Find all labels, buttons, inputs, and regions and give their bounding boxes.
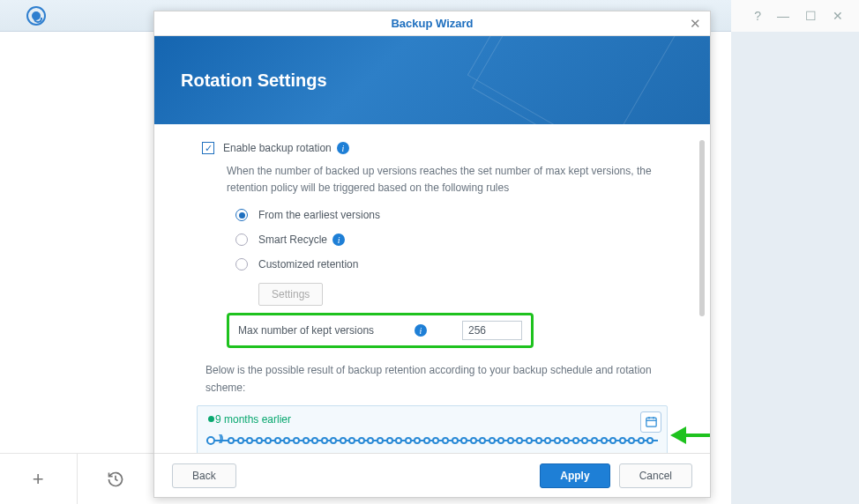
modal-footer: Back Apply Cancel [154, 453, 710, 497]
svg-rect-0 [646, 418, 655, 426]
cancel-button[interactable]: Cancel [619, 463, 692, 488]
preview-description: Below is the possible result of backup r… [205, 362, 683, 396]
scrollbar[interactable] [699, 140, 705, 316]
info-icon[interactable]: i [332, 233, 345, 246]
calendar-icon [645, 415, 658, 428]
radio-smart-recycle[interactable] [235, 233, 248, 246]
max-versions-input[interactable] [462, 321, 522, 340]
modal-title: Backup Wizard [391, 17, 473, 30]
background-window-controls: ? — ☐ ✕ [754, 9, 843, 23]
annotation-arrow [670, 426, 710, 443]
back-button[interactable]: Back [172, 463, 236, 488]
app-logo-icon [26, 6, 46, 26]
history-button[interactable] [78, 454, 154, 504]
maximize-icon[interactable]: ☐ [805, 9, 817, 23]
modal-titlebar: Backup Wizard ✕ [154, 11, 710, 36]
max-versions-label: Max number of kept versions [238, 324, 409, 337]
enable-rotation-label: Enable backup rotation [223, 142, 332, 154]
info-icon[interactable]: i [415, 324, 427, 337]
timeline-label: 9 months earlier [215, 413, 291, 426]
radio-earliest-label: From the earliest versions [258, 209, 380, 221]
minimize-icon[interactable]: — [777, 9, 789, 23]
retention-radio-group: From the earliest versions Smart Recycle… [235, 209, 683, 306]
info-icon[interactable]: i [337, 142, 349, 154]
calendar-button[interactable] [640, 411, 661, 433]
left-sidebar: + [0, 32, 153, 504]
timeline-start-point [206, 436, 215, 445]
background-area [731, 32, 859, 504]
radio-smart-label: Smart Recycle [258, 233, 327, 246]
radio-custom-retention[interactable] [235, 258, 248, 271]
max-versions-highlight: Max number of kept versions i [227, 313, 534, 348]
apply-button[interactable]: Apply [540, 463, 609, 488]
close-icon[interactable]: ✕ [833, 9, 843, 23]
add-button[interactable]: + [0, 454, 78, 504]
radio-earliest[interactable] [235, 209, 248, 221]
retention-timeline: 9 months earlier )) [197, 405, 668, 453]
backup-wizard-modal: Backup Wizard ✕ Rotation Settings ✓ Enab… [153, 11, 711, 498]
timeline-points [228, 436, 654, 445]
timeline-marker [208, 416, 214, 422]
settings-button: Settings [258, 283, 323, 306]
history-icon [107, 471, 124, 488]
modal-close-button[interactable]: ✕ [690, 16, 701, 32]
help-icon[interactable]: ? [754, 9, 761, 23]
modal-body: ✓ Enable backup rotation i When the numb… [154, 124, 710, 453]
timeline-tick: )) [219, 433, 221, 443]
rotation-description: When the number of backed up versions re… [227, 163, 683, 196]
radio-custom-label: Customized retention [258, 258, 358, 271]
banner-heading: Rotation Settings [181, 70, 327, 91]
enable-rotation-checkbox[interactable]: ✓ [202, 142, 214, 154]
modal-banner: Rotation Settings [154, 36, 710, 124]
